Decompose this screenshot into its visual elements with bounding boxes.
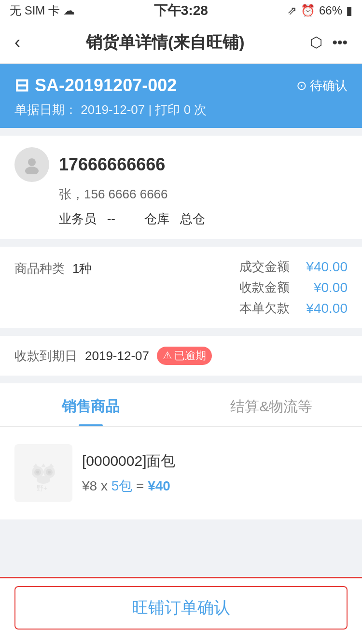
deal-amount-label: 成交金额 (239, 258, 290, 275)
amount-right: 成交金额 ¥40.00 收款金额 ¥0.00 本单欠款 ¥40.00 (239, 258, 348, 317)
order-icon: ⊟ (14, 75, 29, 96)
product-unit-price: ¥8 (82, 478, 97, 493)
status-time: 下午3:28 (154, 1, 208, 20)
battery-level: 66% (319, 4, 342, 17)
back-button[interactable]: ‹ (14, 32, 20, 53)
svg-point-6 (36, 471, 39, 474)
amount-row: 商品种类 1种 成交金额 ¥40.00 收款金额 ¥0.00 本单欠款 ¥40.… (14, 258, 348, 317)
order-id: ⊟ SA-20191207-002 (14, 75, 177, 96)
status-left: 无 SIM 卡 ☁ (10, 3, 75, 18)
staff-value: -- (107, 211, 115, 226)
received-label: 收款金额 (239, 279, 290, 296)
customer-name: 张，156 6666 6666 (14, 186, 348, 203)
svg-point-0 (28, 158, 36, 166)
owed-amount: 本单欠款 ¥40.00 (239, 300, 348, 317)
svg-text:野+: 野+ (37, 484, 47, 492)
order-header: ⊟ SA-20191207-002 ⊙ 待确认 单据日期： 2019-12-07… (0, 64, 362, 128)
warehouse-value: 总仓 (180, 211, 205, 226)
goods-type-label: 商品种类 (14, 260, 65, 277)
svg-marker-10 (33, 463, 39, 467)
svg-point-8 (37, 476, 50, 484)
product-quantity: 5包 (111, 478, 133, 493)
clock-icon: ⊙ (296, 78, 307, 93)
amount-section: 商品种类 1种 成交金额 ¥40.00 收款金额 ¥0.00 本单欠款 ¥40.… (0, 247, 362, 328)
order-date: 单据日期： 2019-12-07 | 打印 0 次 (14, 101, 348, 118)
due-date-value: 2019-12-07 (85, 349, 149, 364)
customer-section: 17666666666 张，156 6666 6666 业务员 -- 仓库 总仓 (0, 136, 362, 239)
deal-amount: 成交金额 ¥40.00 (239, 258, 348, 275)
tab-settlement[interactable]: 结算&物流等 (181, 383, 362, 426)
more-icon[interactable]: ••• (332, 34, 348, 51)
nav-bar: ‹ 销货单详情(来自旺铺) ⬡ ••• (0, 21, 362, 64)
warehouse-meta: 仓库 总仓 (144, 210, 205, 227)
customer-avatar (14, 147, 49, 182)
tab-sales-goods[interactable]: 销售商品 (0, 383, 181, 426)
customer-row: 17666666666 (14, 147, 348, 182)
order-status: ⊙ 待确认 (296, 77, 348, 94)
status-bar: 无 SIM 卡 ☁ 下午3:28 ⇗ ⏰ 66% ▮ (0, 0, 362, 21)
alarm-icon: ⏰ (301, 4, 315, 17)
product-multiply: x (101, 478, 111, 493)
svg-point-1 (25, 167, 39, 174)
received-amount: 收款金额 ¥0.00 (239, 279, 348, 296)
customer-meta: 业务员 -- 仓库 总仓 (14, 210, 348, 227)
goods-type-value: 1种 (72, 260, 92, 277)
overdue-badge: ⚠ 已逾期 (157, 347, 212, 365)
deal-amount-value: ¥40.00 (299, 259, 348, 275)
share-icon[interactable]: ⬡ (310, 34, 322, 51)
svg-point-7 (48, 471, 51, 474)
svg-marker-9 (41, 463, 46, 467)
product-equals: = (136, 478, 148, 493)
order-header-top: ⊟ SA-20191207-002 ⊙ 待确认 (14, 75, 348, 96)
customer-phone: 17666666666 (59, 154, 165, 175)
sim-status: 无 SIM 卡 ☁ (10, 3, 75, 18)
tabs-section: 销售商品 结算&物流等 野+ (0, 383, 362, 519)
product-list: 野+ [0000002]面包 ¥8 x 5包 = ¥40 (0, 427, 362, 519)
product-thumbnail: 野+ (14, 444, 72, 502)
owed-value: ¥40.00 (299, 301, 348, 316)
product-item: 野+ [0000002]面包 ¥8 x 5包 = ¥40 (14, 436, 348, 510)
warning-icon: ⚠ (163, 350, 172, 362)
product-total: ¥40 (148, 478, 170, 493)
due-date-section: 收款到期日 2019-12-07 ⚠ 已逾期 (0, 336, 362, 376)
warehouse-label: 仓库 (144, 211, 169, 226)
received-value: ¥0.00 (299, 280, 348, 295)
status-right: ⇗ ⏰ 66% ▮ (287, 4, 352, 17)
due-date-label: 收款到期日 (14, 348, 77, 364)
product-info: [0000002]面包 ¥8 x 5包 = ¥40 (82, 451, 348, 495)
nav-actions: ⬡ ••• (310, 34, 348, 51)
tabs-header: 销售商品 结算&物流等 (0, 383, 362, 427)
svg-marker-11 (48, 463, 54, 467)
product-name: [0000002]面包 (82, 451, 348, 471)
page-title: 销货单详情(来自旺铺) (86, 31, 245, 54)
product-price-row: ¥8 x 5包 = ¥40 (82, 477, 348, 495)
staff-meta: 业务员 -- (59, 210, 115, 227)
staff-label: 业务员 (59, 211, 97, 226)
goods-type: 商品种类 1种 (14, 258, 92, 277)
location-icon: ⇗ (287, 4, 297, 17)
battery-icon: ▮ (346, 4, 352, 17)
confirm-order-button[interactable]: 旺铺订单确认 (14, 586, 348, 630)
owed-label: 本单欠款 (239, 300, 290, 317)
confirm-button-wrap: 旺铺订单确认 (0, 577, 362, 644)
